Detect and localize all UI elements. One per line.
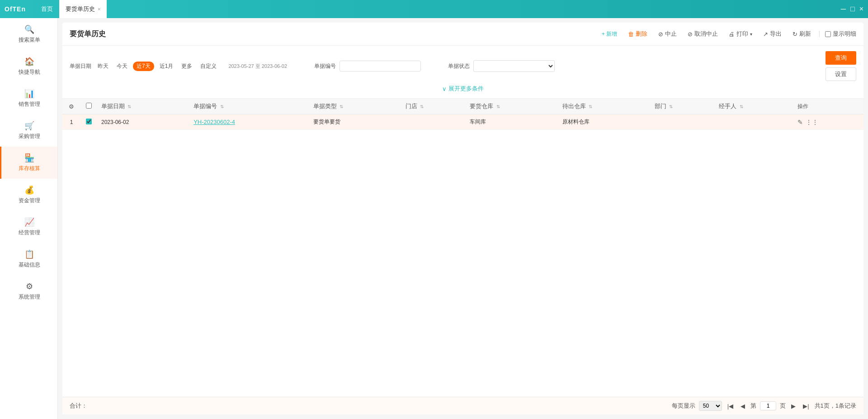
- date-btn-yesterday[interactable]: 昨天: [95, 62, 111, 71]
- sort-doctype-icon[interactable]: ⇅: [340, 104, 343, 109]
- row-checkbox[interactable]: [86, 119, 92, 124]
- col-actions: 操作: [793, 99, 863, 114]
- print-button[interactable]: 🖨 打印 ▾: [726, 28, 755, 40]
- brand-logo: OfTEn: [5, 5, 26, 13]
- date-btn-more[interactable]: 更多: [179, 62, 195, 71]
- sidebar-item-finance[interactable]: 💰 资金管理: [0, 179, 57, 211]
- prev-page-button[interactable]: ◀: [739, 402, 747, 410]
- doc-status-select[interactable]: [473, 60, 555, 72]
- page-label: 第: [750, 402, 756, 410]
- data-table: ⚙ 单据日期 ⇅ 单据编号 ⇅: [62, 99, 863, 130]
- table-footer: 合计： 每页显示 50 10 20 100 |◀ ◀ 第 页 ▶ ▶|: [62, 397, 863, 414]
- stop-button[interactable]: ⊘ 中止: [656, 28, 679, 40]
- row-index: 1: [62, 114, 80, 130]
- date-btn-1month[interactable]: 近1月: [157, 62, 176, 71]
- sort-date-icon[interactable]: ⇅: [127, 104, 131, 109]
- export-button[interactable]: ↗ 导出: [760, 28, 784, 40]
- row-doc-type: 要货单要货: [309, 114, 401, 130]
- page-size-label: 每页显示: [672, 402, 695, 410]
- date-range-display: 2023-05-27 至 2023-06-02: [228, 63, 287, 70]
- sidebar-item-search[interactable]: 🔍 搜索菜单: [0, 18, 57, 50]
- doc-status-filter-group: 单据状态: [448, 60, 555, 72]
- row-more-button[interactable]: ⋮⋮: [806, 119, 818, 126]
- display-detail-checkbox[interactable]: [825, 31, 831, 37]
- display-detail-toggle[interactable]: 显示明细: [825, 30, 856, 38]
- sidebar-item-nav[interactable]: 🏠 快捷导航: [0, 50, 57, 82]
- col-warehouse: 要货仓库 ⇅: [465, 99, 557, 114]
- sidebar-item-inventory[interactable]: 🏪 库存核算: [0, 147, 57, 179]
- refresh-icon: ↻: [793, 31, 797, 38]
- basic-info-icon: 📋: [24, 249, 34, 259]
- sidebar-item-system[interactable]: ⚙ 系统管理: [0, 275, 57, 307]
- main-layout: 🔍 搜索菜单 🏠 快捷导航 📊 销售管理 🛒 采购管理 🏪 库存核算 💰 资金管…: [0, 18, 868, 419]
- cancel-stop-button[interactable]: ⊘ 取消中止: [685, 28, 721, 40]
- date-btn-custom[interactable]: 自定义: [198, 62, 219, 71]
- sales-icon: 📊: [24, 89, 34, 99]
- chevron-down-icon: ∨: [442, 86, 447, 92]
- sort-pending-icon[interactable]: ⇅: [589, 104, 592, 109]
- col-checkbox[interactable]: [80, 99, 97, 114]
- first-page-button[interactable]: |◀: [726, 402, 735, 410]
- tab-purchase-history[interactable]: 要货单历史 ×: [59, 0, 107, 18]
- expand-more-btn[interactable]: ∨ 展开更多条件: [70, 85, 856, 93]
- pagination: 每页显示 50 10 20 100 |◀ ◀ 第 页 ▶ ▶| 共1页，1条记录: [672, 401, 856, 411]
- row-edit-button[interactable]: ✎: [797, 119, 803, 126]
- delete-icon: 🗑: [628, 31, 634, 38]
- col-settings[interactable]: ⚙: [62, 99, 80, 114]
- new-button[interactable]: + 新增: [599, 29, 620, 40]
- maximize-icon[interactable]: □: [850, 5, 855, 13]
- total-label: 合计：: [70, 402, 87, 410]
- sort-warehouse-icon[interactable]: ⇅: [496, 104, 500, 109]
- query-button[interactable]: 查询: [826, 51, 856, 65]
- page-number-input[interactable]: [760, 401, 776, 410]
- date-btn-7days[interactable]: 近7天: [133, 62, 154, 71]
- col-doc-number: 单据编号 ⇅: [189, 99, 308, 114]
- close-icon[interactable]: ×: [859, 5, 863, 13]
- inventory-icon: 🏪: [24, 153, 34, 163]
- col-department: 部门 ⇅: [650, 99, 715, 114]
- table-row: 1 2023-06-02 YH-20230602-4 要货单要货 车间库: [62, 114, 863, 130]
- sort-handler-icon[interactable]: ⇅: [740, 104, 743, 109]
- date-filter-group: 单据日期 昨天 今天 近7天 近1月 更多 自定义: [70, 62, 219, 71]
- sort-dept-icon[interactable]: ⇅: [669, 104, 673, 109]
- sidebar-item-basic-info[interactable]: 📋 基础信息: [0, 243, 57, 275]
- last-page-button[interactable]: ▶|: [801, 402, 811, 410]
- filter-row-1: 单据日期 昨天 今天 近7天 近1月 更多 自定义 2023-05-27 至 2…: [70, 51, 856, 81]
- doc-status-label: 单据状态: [448, 62, 470, 70]
- settings-button[interactable]: 设置: [826, 67, 856, 81]
- row-checkbox-cell[interactable]: [80, 114, 97, 130]
- minimize-icon[interactable]: ─: [841, 5, 846, 13]
- next-page-button[interactable]: ▶: [789, 402, 797, 410]
- row-department: [650, 114, 715, 130]
- row-action-buttons: ✎ ⋮⋮: [797, 119, 859, 126]
- date-range-buttons: 昨天 今天 近7天 近1月 更多 自定义: [95, 62, 219, 71]
- window-controls: ─ □ ×: [841, 5, 863, 13]
- refresh-button[interactable]: ↻ 刷新: [790, 28, 814, 40]
- sort-store-icon[interactable]: ⇅: [420, 104, 424, 109]
- sidebar-item-purchase[interactable]: 🛒 采购管理: [0, 114, 57, 147]
- tab-home[interactable]: 首页: [35, 0, 59, 18]
- row-store: [401, 114, 466, 130]
- tab-close-icon[interactable]: ×: [98, 6, 100, 12]
- sidebar-item-sales[interactable]: 📊 销售管理: [0, 82, 57, 114]
- date-btn-today[interactable]: 今天: [114, 62, 130, 71]
- table-header-row: ⚙ 单据日期 ⇅ 单据编号 ⇅: [62, 99, 863, 114]
- toolbar-divider: [819, 31, 820, 37]
- select-all-checkbox[interactable]: [86, 103, 92, 109]
- row-doc-number: YH-20230602-4: [189, 114, 308, 130]
- delete-button[interactable]: 🗑 删除: [625, 28, 650, 40]
- row-pending-warehouse: 原材料仓库: [558, 114, 650, 130]
- page-size-select[interactable]: 50 10 20 100: [699, 401, 722, 411]
- row-warehouse: 车间库: [465, 114, 557, 130]
- filter-area: 单据日期 昨天 今天 近7天 近1月 更多 自定义 2023-05-27 至 2…: [62, 46, 863, 99]
- sort-docnum-icon[interactable]: ⇅: [220, 104, 224, 109]
- doc-number-link[interactable]: YH-20230602-4: [193, 119, 235, 125]
- date-range-text: 2023-05-27 至 2023-06-02: [228, 63, 287, 70]
- finance-icon: 💰: [24, 185, 34, 195]
- sidebar-item-operations[interactable]: 📈 经营管理: [0, 211, 57, 243]
- doc-number-input[interactable]: [340, 61, 421, 71]
- action-buttons: 查询 设置: [826, 51, 856, 81]
- operations-icon: 📈: [24, 217, 34, 227]
- col-pending-warehouse: 待出仓库 ⇅: [558, 99, 650, 114]
- row-handler: [714, 114, 793, 130]
